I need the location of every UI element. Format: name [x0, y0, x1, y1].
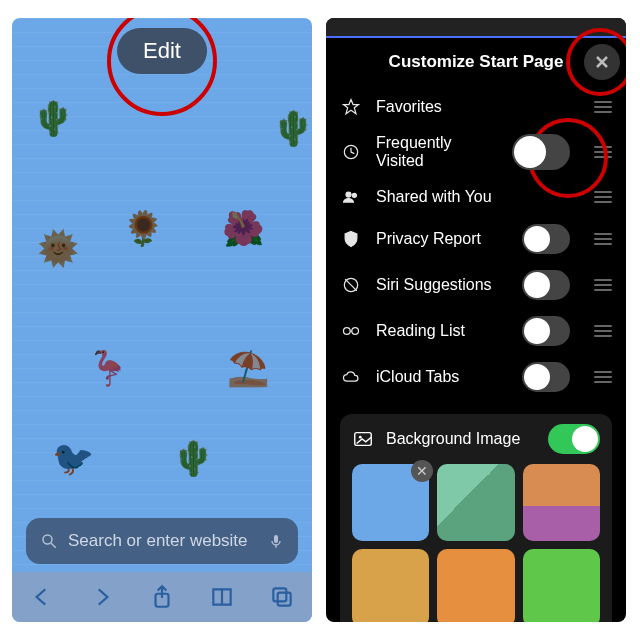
option-row-siri: Siri Suggestions — [340, 262, 612, 308]
background-image-toggle[interactable] — [548, 424, 600, 454]
svg-rect-6 — [278, 593, 291, 606]
svg-line-14 — [345, 279, 357, 291]
option-row-clock: Frequently Visited — [340, 126, 612, 178]
search-icon — [40, 532, 58, 550]
reorder-handle[interactable] — [594, 146, 612, 158]
option-label: Privacy Report — [376, 230, 508, 248]
close-button[interactable] — [584, 44, 620, 80]
wallpaper-emoji: 🌞 — [37, 228, 79, 268]
background-thumb[interactable] — [437, 549, 514, 622]
option-toggle[interactable] — [522, 270, 570, 300]
address-bar[interactable]: Search or enter website — [26, 518, 298, 564]
clock-icon — [340, 141, 362, 163]
option-toggle[interactable] — [522, 316, 570, 346]
background-image-section: Background Image ✕ — [340, 414, 612, 622]
mic-icon[interactable] — [268, 531, 284, 551]
customize-sheet: Customize Start Page FavoritesFrequently… — [326, 18, 626, 622]
start-page-screen: Edit 🌵 🌵 🌻 🌺 🌞 🦩 ⛱️ 🐦 🌵 Search or enter … — [12, 18, 312, 622]
svg-point-0 — [43, 535, 52, 544]
option-label: Frequently Visited — [376, 134, 498, 170]
background-thumb[interactable] — [523, 464, 600, 541]
reorder-handle[interactable] — [594, 233, 612, 245]
svg-line-1 — [51, 543, 56, 548]
svg-point-11 — [346, 192, 351, 197]
bookmarks-button[interactable] — [209, 584, 235, 610]
background-thumb[interactable] — [437, 464, 514, 541]
background-thumb[interactable] — [352, 549, 429, 622]
reorder-handle[interactable] — [594, 101, 612, 113]
bottom-toolbar — [12, 572, 312, 622]
option-label: Shared with You — [376, 188, 570, 206]
sheet-title: Customize Start Page — [326, 38, 626, 88]
option-toggle[interactable] — [512, 134, 570, 170]
option-row-glasses: Reading List — [340, 308, 612, 354]
wallpaper-emoji: 🌵 — [32, 98, 74, 138]
option-toggle[interactable] — [522, 362, 570, 392]
option-row-cloud: iCloud Tabs — [340, 354, 612, 400]
svg-rect-2 — [274, 535, 278, 543]
wallpaper-emoji: ⛱️ — [227, 348, 269, 388]
siri-icon — [340, 274, 362, 296]
background-thumb[interactable] — [523, 549, 600, 622]
svg-point-12 — [352, 193, 356, 197]
option-label: iCloud Tabs — [376, 368, 508, 386]
option-row-people: Shared with You — [340, 178, 612, 216]
option-label: Siri Suggestions — [376, 276, 508, 294]
background-thumb[interactable]: ✕ — [352, 464, 429, 541]
image-icon — [352, 428, 374, 450]
glasses-icon — [340, 320, 362, 342]
tabs-button[interactable] — [269, 584, 295, 610]
wallpaper-emoji: 🐦 — [52, 438, 94, 478]
option-label: Reading List — [376, 322, 508, 340]
reorder-handle[interactable] — [594, 279, 612, 291]
svg-point-16 — [352, 328, 359, 335]
share-button[interactable] — [149, 584, 175, 610]
cloud-icon — [340, 366, 362, 388]
background-image-label: Background Image — [386, 430, 536, 448]
svg-point-15 — [344, 328, 351, 335]
forward-button[interactable] — [89, 584, 115, 610]
svg-marker-9 — [344, 100, 359, 114]
option-label: Favorites — [376, 98, 570, 116]
edit-button[interactable]: Edit — [117, 28, 207, 74]
svg-rect-5 — [273, 588, 286, 601]
sheet-grabber — [326, 18, 626, 38]
wallpaper-emoji: 🦩 — [87, 348, 129, 388]
search-placeholder: Search or enter website — [68, 531, 258, 551]
svg-point-19 — [359, 436, 362, 439]
wallpaper-emoji: 🌻 — [122, 208, 164, 248]
option-row-star: Favorites — [340, 88, 612, 126]
close-icon — [594, 54, 610, 70]
star-icon — [340, 96, 362, 118]
reorder-handle[interactable] — [594, 191, 612, 203]
option-toggle[interactable] — [522, 224, 570, 254]
wallpaper-emoji: 🌵 — [172, 438, 214, 478]
wallpaper-emoji: 🌵 — [272, 108, 312, 148]
delete-thumb-button[interactable]: ✕ — [411, 460, 433, 482]
people-icon — [340, 186, 362, 208]
reorder-handle[interactable] — [594, 325, 612, 337]
back-button[interactable] — [29, 584, 55, 610]
reorder-handle[interactable] — [594, 371, 612, 383]
wallpaper-emoji: 🌺 — [222, 208, 264, 248]
option-row-shield: Privacy Report — [340, 216, 612, 262]
shield-icon — [340, 228, 362, 250]
